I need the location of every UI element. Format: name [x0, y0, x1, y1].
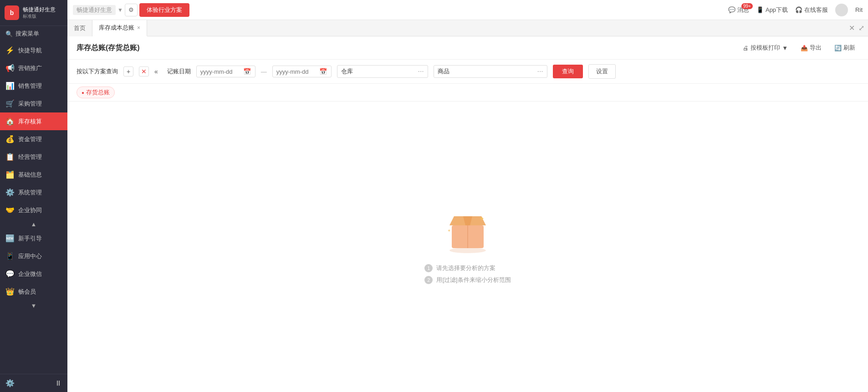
refresh-icon: 🔄: [834, 45, 842, 51]
sidebar-item-guide[interactable]: 🆕 新手引导: [0, 229, 67, 247]
sidebar-item-marketing[interactable]: 📢 营销推广: [0, 59, 67, 77]
sidebar-item-sales[interactable]: 📊 销售管理: [0, 77, 67, 95]
topbar-right: 💬 消息 99+ 📱 App下载 🎧 在线客服 Rit: [728, 4, 863, 16]
page-actions: 🖨 按模板打印 ▼ 📤 导出 🔄 刷新: [739, 42, 859, 54]
logo-text: 畅捷通好生意 标准版: [23, 6, 56, 20]
industry-btn[interactable]: 体验行业方案: [139, 3, 189, 17]
quick-nav-icon: ⚡: [5, 46, 15, 55]
svg-point-0: [449, 248, 486, 253]
hint-num-1: 1: [424, 264, 433, 272]
breadcrumb-text: 畅捷通好生意: [73, 5, 116, 15]
date-to-input[interactable]: 📅: [272, 66, 332, 77]
sidebar-item-enterprise[interactable]: 🤝 企业协同: [0, 201, 67, 219]
empty-state: ✦ ✦ 1 请先选择要分析的方案 2 用[过滤]条件来缩小分析范围: [424, 209, 511, 284]
filter-label: 按以下方案查询: [77, 67, 118, 76]
sidebar-footer: ⚙️ ⏸: [0, 374, 67, 392]
search-menu[interactable]: 🔍 搜索菜单: [0, 26, 67, 41]
finance-icon: 💰: [5, 135, 15, 143]
tab-home[interactable]: 首页: [67, 20, 92, 36]
app-logo: b 畅捷通好生意 标准版: [0, 0, 67, 26]
page-header: 库存总账(存货总账) 🖨 按模板打印 ▼ 📤 导出 🔄 刷新: [67, 36, 868, 60]
scroll-down-btn[interactable]: ▼: [0, 300, 67, 311]
online-service-btn[interactable]: 🎧 在线客服: [795, 6, 828, 14]
sidebar-item-system[interactable]: ⚙️ 系统管理: [0, 183, 67, 201]
sidebar-item-member[interactable]: 👑 畅会员: [0, 283, 67, 300]
close-panel-btn[interactable]: ✕: [849, 24, 855, 32]
settings-icon[interactable]: ⚙️: [5, 379, 15, 387]
enterprise-icon: 🤝: [5, 206, 15, 214]
page-title: 库存总账(存货总账): [77, 43, 140, 53]
sidebar-item-finance[interactable]: 💰 资金管理: [0, 130, 67, 148]
search-icon: 🔍: [5, 31, 13, 37]
system-icon: ⚙️: [5, 188, 15, 197]
date-to-field[interactable]: [276, 68, 317, 75]
filter-arrow-icon[interactable]: «: [154, 68, 158, 75]
tab-inventory-cost[interactable]: 库存成本总账 ×: [92, 20, 147, 36]
svg-text:✦: ✦: [479, 215, 485, 222]
logo-icon: b: [5, 5, 19, 20]
headset-icon: 🎧: [795, 6, 802, 13]
sidebar: b 畅捷通好生意 标准版 🔍 搜索菜单 ⚡ 快捷导航 📢 营销推广 📊 销售管理…: [0, 0, 67, 392]
app-download-btn[interactable]: 📱 App下载: [756, 6, 788, 14]
refresh-btn[interactable]: 🔄 刷新: [831, 42, 859, 54]
sidebar-nav: ⚡ 快捷导航 📢 营销推广 📊 销售管理 🛒 采购管理 🏠 库存核算 💰 资金管…: [0, 41, 67, 374]
sidebar-item-operations[interactable]: 📋 经营管理: [0, 148, 67, 166]
toggle-icon[interactable]: ⏸: [55, 379, 62, 387]
date-separator: —: [261, 68, 267, 75]
settings-button[interactable]: 设置: [588, 64, 616, 79]
query-button[interactable]: 查询: [553, 65, 583, 78]
date-from-input[interactable]: 📅: [196, 66, 255, 77]
inventory-icon: 🏠: [5, 117, 15, 126]
app-center-icon: 📱: [5, 252, 15, 260]
chevron-down-icon: ▼: [117, 7, 123, 13]
tabs-bar: 首页 库存成本总账 × ✕ ⤢: [67, 20, 868, 36]
sidebar-item-quick-nav[interactable]: ⚡ 快捷导航: [0, 41, 67, 59]
guide-icon: 🆕: [5, 234, 15, 243]
warehouse-more-btn[interactable]: ···: [418, 67, 424, 76]
member-icon: 👑: [5, 287, 15, 296]
hint-num-2: 2: [424, 276, 433, 284]
avatar: [835, 4, 848, 16]
print-btn[interactable]: 🖨 按模板打印 ▼: [739, 42, 791, 54]
sidebar-item-basic-info[interactable]: 🗂️ 基础信息: [0, 166, 67, 183]
date-label: 记账日期: [167, 67, 191, 76]
warehouse-input[interactable]: 仓库 ···: [337, 65, 428, 78]
wechat-icon: 💬: [5, 270, 15, 278]
goods-input[interactable]: 商品 ···: [434, 65, 547, 78]
hint-2: 2 用[过滤]条件来缩小分析范围: [424, 276, 511, 284]
topbar: 畅捷通好生意 ▼ ⚙ 体验行业方案 💬 消息 99+ 📱 App下载 🎧 在线客…: [67, 0, 868, 20]
filter-add-btn[interactable]: +: [123, 66, 133, 76]
sidebar-item-purchase[interactable]: 🛒 采购管理: [0, 95, 67, 112]
goods-more-btn[interactable]: ···: [537, 67, 543, 76]
scheme-dot-icon: ●: [82, 90, 84, 95]
breadcrumb: 畅捷通好生意 ▼ ⚙ 体验行业方案: [73, 3, 725, 17]
filter-collapse-btn[interactable]: ✕: [139, 66, 149, 76]
sales-icon: 📊: [5, 81, 15, 90]
svg-text:✦: ✦: [447, 228, 451, 233]
filter-bar: 按以下方案查询 + ✕ « 记账日期 📅 — 📅 仓库 ··· 商品 ··· 查…: [67, 60, 868, 84]
print-dropdown-icon: ▼: [782, 45, 788, 51]
scheme-item[interactable]: ● 存货总账: [77, 87, 115, 98]
calendar-to-icon[interactable]: 📅: [319, 68, 327, 75]
scroll-up-btn[interactable]: ▲: [0, 219, 67, 229]
basic-info-icon: 🗂️: [5, 170, 15, 179]
tab-close-btn[interactable]: ×: [137, 25, 140, 31]
sidebar-item-app-center[interactable]: 📱 应用中心: [0, 247, 67, 265]
date-from-field[interactable]: [200, 68, 241, 75]
sidebar-item-wechat[interactable]: 💬 企业微信: [0, 265, 67, 283]
export-btn[interactable]: 📤 导出: [797, 42, 825, 54]
resize-panel-btn[interactable]: ⤢: [858, 24, 864, 32]
scheme-row: ● 存货总账: [67, 84, 868, 102]
gear-button[interactable]: ⚙: [125, 4, 138, 16]
export-icon: 📤: [801, 45, 808, 51]
app-download-icon: 📱: [756, 6, 764, 13]
sidebar-item-inventory[interactable]: 🏠 库存核算: [0, 112, 67, 130]
empty-hints: 1 请先选择要分析的方案 2 用[过滤]条件来缩小分析范围: [424, 264, 511, 284]
print-icon: 🖨: [743, 45, 749, 51]
tab-actions: ✕ ⤢: [849, 24, 868, 32]
empty-illustration: ✦ ✦: [440, 209, 495, 255]
content-area: ✦ ✦ 1 请先选择要分析的方案 2 用[过滤]条件来缩小分析范围: [67, 102, 868, 392]
message-btn[interactable]: 💬 消息 99+: [728, 6, 749, 14]
hint-1: 1 请先选择要分析的方案: [424, 264, 511, 272]
calendar-from-icon[interactable]: 📅: [243, 68, 251, 75]
